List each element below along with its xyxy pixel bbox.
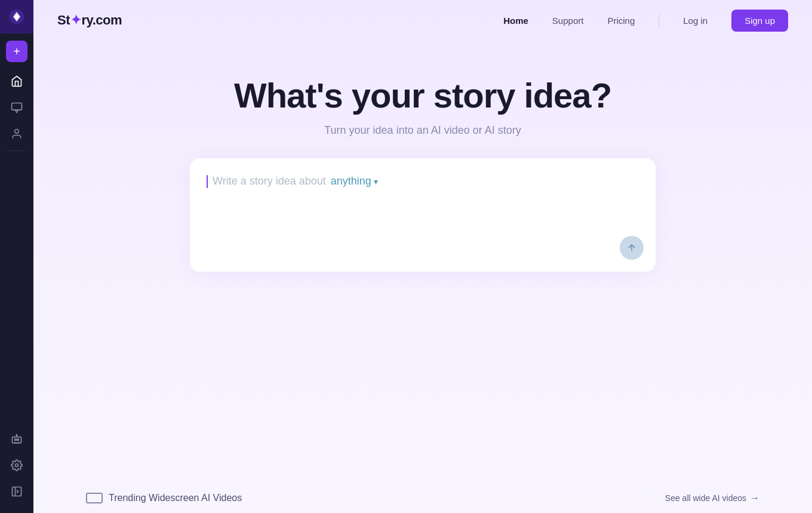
- svg-rect-10: [13, 487, 21, 496]
- chevron-down-icon: ▾: [374, 177, 378, 186]
- add-button[interactable]: +: [6, 41, 27, 62]
- svg-rect-7: [15, 439, 17, 441]
- sidebar-item-user[interactable]: [5, 122, 29, 146]
- trending-title: Trending Widescreen AI Videos: [86, 493, 242, 503]
- input-cursor: [207, 175, 208, 188]
- sidebar-nav: [0, 69, 33, 146]
- trending-section: Trending Widescreen AI Videos See all wi…: [33, 493, 812, 503]
- story-input-container[interactable]: Write a story idea about anything ▾: [190, 158, 656, 272]
- sidebar-item-panel[interactable]: [5, 480, 29, 503]
- input-topic-label: anything: [331, 175, 371, 188]
- svg-rect-2: [12, 103, 22, 110]
- sidebar: +: [0, 0, 33, 513]
- see-all-label: See all wide AI videos: [665, 493, 746, 503]
- sidebar-item-video[interactable]: [5, 96, 29, 119]
- svg-point-4: [15, 130, 19, 134]
- story-input-row: Write a story idea about anything ▾: [207, 175, 639, 188]
- svg-point-6: [16, 435, 17, 436]
- nav-links: Home Support Pricing Log in Sign up: [503, 10, 788, 32]
- nav-link-home[interactable]: Home: [503, 16, 528, 26]
- sidebar-item-settings[interactable]: [5, 453, 29, 477]
- trending-title-text: Trending Widescreen AI Videos: [109, 493, 242, 503]
- brand-diamond: ✦: [70, 13, 81, 28]
- nav-link-support[interactable]: Support: [552, 16, 584, 26]
- svg-point-9: [16, 464, 19, 467]
- svg-point-1: [15, 15, 19, 19]
- brand-logo: St✦ry.com: [57, 13, 122, 28]
- sidebar-logo: [0, 0, 33, 33]
- nav-login[interactable]: Log in: [683, 16, 708, 26]
- trending-header: Trending Widescreen AI Videos See all wi…: [86, 493, 759, 503]
- arrow-right-icon: →: [750, 493, 759, 503]
- svg-rect-8: [17, 439, 19, 441]
- sidebar-divider: [8, 150, 26, 151]
- nav-link-pricing[interactable]: Pricing: [607, 16, 635, 26]
- main-content: St✦ry.com Home Support Pricing Log in Si…: [33, 0, 812, 513]
- hero-subtitle: Turn your idea into an AI video or AI st…: [324, 124, 521, 137]
- input-topic-dropdown[interactable]: anything ▾: [331, 175, 378, 188]
- submit-button[interactable]: [620, 236, 644, 260]
- nav-divider: [659, 14, 659, 26]
- topnav: St✦ry.com Home Support Pricing Log in Si…: [33, 0, 812, 41]
- svg-marker-3: [16, 110, 19, 112]
- hero-title: What's your story idea?: [234, 76, 611, 115]
- nav-signup-button[interactable]: Sign up: [731, 10, 788, 32]
- sidebar-item-home[interactable]: [5, 69, 29, 93]
- see-all-videos-link[interactable]: See all wide AI videos →: [665, 493, 759, 503]
- widescreen-icon: [86, 493, 103, 503]
- hero-section: What's your story idea? Turn your idea i…: [33, 41, 812, 493]
- input-placeholder-text: Write a story idea about: [213, 175, 326, 188]
- sidebar-item-robot[interactable]: [5, 427, 29, 451]
- sidebar-bottom: [5, 427, 29, 513]
